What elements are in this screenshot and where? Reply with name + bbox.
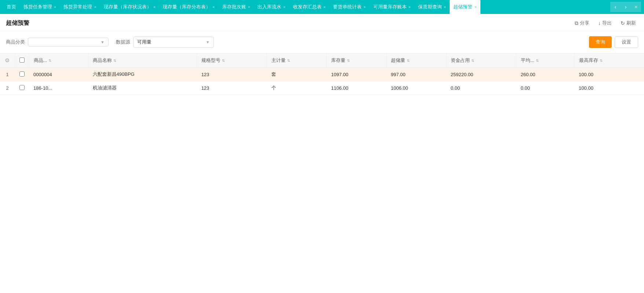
- nav-home[interactable]: 首页: [3, 0, 20, 14]
- nav-abnormal-label: 拣货异常处理: [63, 4, 92, 10]
- th-avg-label: 平均...: [521, 57, 534, 64]
- page-title: 超储预警: [6, 19, 29, 27]
- spec-sort-icon: ⇅: [222, 59, 225, 63]
- nav-prev-button[interactable]: ‹: [610, 2, 621, 12]
- row-overstock: 1006.00: [387, 81, 446, 95]
- page-content: 超储预警 ⧉ 分享 ↓ 导出 ↻ 刷新 商品分类 ▼ 数据源: [0, 14, 644, 293]
- nav-batch-account[interactable]: 库存批次账 ×: [219, 0, 254, 14]
- datasource-value: 可用量: [137, 39, 203, 45]
- datasource-chevron-icon: ▼: [206, 40, 210, 44]
- row-avg: 0.00: [516, 81, 574, 95]
- nav-inout-flow-close[interactable]: ×: [283, 5, 285, 9]
- th-spec[interactable]: 规格型号 ⇅: [197, 53, 267, 68]
- row-checkbox[interactable]: [19, 71, 25, 77]
- refresh-icon: ↻: [621, 20, 625, 26]
- stock-sort-icon: ⇅: [347, 59, 350, 63]
- row-avg: 260.00: [516, 68, 574, 81]
- nav-batch-account-label: 库存批次账: [222, 4, 246, 10]
- row-checkbox[interactable]: [19, 85, 25, 90]
- share-label: 分享: [580, 20, 589, 26]
- row-checkbox-cell: [15, 81, 29, 95]
- category-chevron-icon: ▼: [100, 40, 105, 44]
- row-unit: 个: [267, 81, 327, 95]
- settings-button[interactable]: 设置: [615, 36, 638, 48]
- nav-collection-label: 收发存汇总表: [293, 4, 322, 10]
- table-header-row: ⚙ 商品... ⇅ 商品名称 ⇅: [0, 53, 644, 68]
- th-overstock-label: 超储量: [391, 57, 405, 64]
- share-icon: ⧉: [575, 20, 578, 26]
- nav-order-stat-close[interactable]: ×: [363, 5, 366, 9]
- nav-available-account-label: 可用量库存账本: [373, 4, 407, 10]
- export-icon: ↓: [598, 20, 601, 26]
- table-row: 1 0000004 六配套新昌490BPG 123 套 1097.00 997.…: [0, 68, 644, 81]
- nav-collection[interactable]: 收发存汇总表 ×: [289, 0, 329, 14]
- th-stock-label: 库存量: [331, 57, 345, 64]
- nav-available-account[interactable]: 可用量库存账本 ×: [370, 0, 414, 14]
- th-settings: ⚙: [0, 53, 15, 68]
- overstock-sort-icon: ⇅: [407, 59, 410, 63]
- datasource-select[interactable]: 可用量 ▼: [133, 37, 214, 48]
- th-checkbox: [15, 53, 29, 68]
- th-avg[interactable]: 平均... ⇅: [516, 53, 574, 68]
- gear-icon[interactable]: ⚙: [5, 57, 10, 63]
- row-code: 0000004: [29, 68, 88, 81]
- nav-stock-dist[interactable]: 现存量（库存分布表） ×: [159, 0, 218, 14]
- nav-quality-check[interactable]: 保质期查询 ×: [414, 0, 450, 14]
- th-name-label: 商品名称: [93, 57, 112, 64]
- datasource-label: 数据源: [116, 39, 130, 45]
- nav-quality-check-close[interactable]: ×: [444, 5, 446, 9]
- share-button[interactable]: ⧉ 分享: [572, 18, 592, 28]
- top-navigation: 首页 拣货任务管理 × 拣货异常处理 × 现存量（库存状况表） × 现存量（库存…: [0, 0, 644, 14]
- th-code[interactable]: 商品... ⇅: [29, 53, 88, 68]
- nav-stock-dist-close[interactable]: ×: [212, 5, 215, 9]
- th-unit-label: 主计量: [271, 57, 286, 64]
- select-all-checkbox[interactable]: [19, 58, 25, 63]
- max-stock-sort-icon: ⇅: [600, 59, 603, 63]
- th-unit[interactable]: 主计量 ⇅: [267, 53, 327, 68]
- nav-home-label: 首页: [7, 4, 16, 10]
- category-select[interactable]: ▼: [28, 38, 109, 47]
- row-checkbox-cell: [15, 68, 29, 81]
- nav-overstock-label: 超储预警: [453, 4, 472, 10]
- nav-task-mgmt-label: 拣货任务管理: [23, 4, 52, 10]
- th-stock[interactable]: 库存量 ⇅: [327, 53, 387, 68]
- nav-available-account-close[interactable]: ×: [409, 5, 411, 9]
- row-capital: 259220.00: [446, 68, 516, 81]
- datasource-filter: 数据源 可用量 ▼: [116, 37, 214, 48]
- th-capital-label: 资金占用: [451, 57, 470, 64]
- table-row: 2 186-10... 机油滤清器 123 个 1106.00 1006.00 …: [0, 81, 644, 95]
- row-name: 六配套新昌490BPG: [88, 68, 197, 81]
- nav-overstock[interactable]: 超储预警 ×: [450, 0, 480, 14]
- export-button[interactable]: ↓ 导出: [596, 18, 614, 28]
- nav-abnormal[interactable]: 拣货异常处理 ×: [60, 0, 100, 14]
- nav-stock-status[interactable]: 现存量（库存状况表） ×: [100, 0, 159, 14]
- nav-stock-status-close[interactable]: ×: [153, 5, 155, 9]
- nav-task-mgmt[interactable]: 拣货任务管理 ×: [20, 0, 60, 14]
- nav-close-all-button[interactable]: ×: [631, 2, 641, 12]
- nav-overstock-close[interactable]: ×: [474, 5, 476, 9]
- category-filter: 商品分类 ▼: [6, 38, 109, 47]
- nav-inout-flow-label: 出入库流水: [257, 4, 281, 10]
- query-button[interactable]: 查询: [589, 36, 612, 48]
- nav-inout-flow[interactable]: 出入库流水 ×: [254, 0, 289, 14]
- row-unit: 套: [267, 68, 327, 81]
- table-wrapper: ⚙ 商品... ⇅ 商品名称 ⇅: [0, 53, 644, 95]
- row-stock: 1106.00: [327, 81, 387, 95]
- nav-stock-status-label: 现存量（库存状况表）: [104, 4, 151, 10]
- nav-next-button[interactable]: ›: [621, 2, 631, 12]
- th-capital[interactable]: 资金占用 ⇅: [446, 53, 516, 68]
- nav-abnormal-close[interactable]: ×: [94, 5, 96, 9]
- th-overstock[interactable]: 超储量 ⇅: [387, 53, 446, 68]
- th-spec-label: 规格型号: [201, 57, 220, 64]
- nav-order-stat[interactable]: 要货单统计表 ×: [329, 0, 369, 14]
- nav-batch-account-close[interactable]: ×: [248, 5, 250, 9]
- nav-collection-close[interactable]: ×: [323, 5, 326, 9]
- row-num: 1: [0, 68, 15, 81]
- row-stock: 1097.00: [327, 68, 387, 81]
- refresh-button[interactable]: ↻ 刷新: [618, 18, 638, 28]
- th-max-stock[interactable]: 最高库存 ⇅: [574, 53, 644, 68]
- nav-task-mgmt-close[interactable]: ×: [54, 5, 56, 9]
- th-name[interactable]: 商品名称 ⇅: [88, 53, 197, 68]
- export-label: 导出: [602, 20, 612, 26]
- row-spec: 123: [197, 81, 267, 95]
